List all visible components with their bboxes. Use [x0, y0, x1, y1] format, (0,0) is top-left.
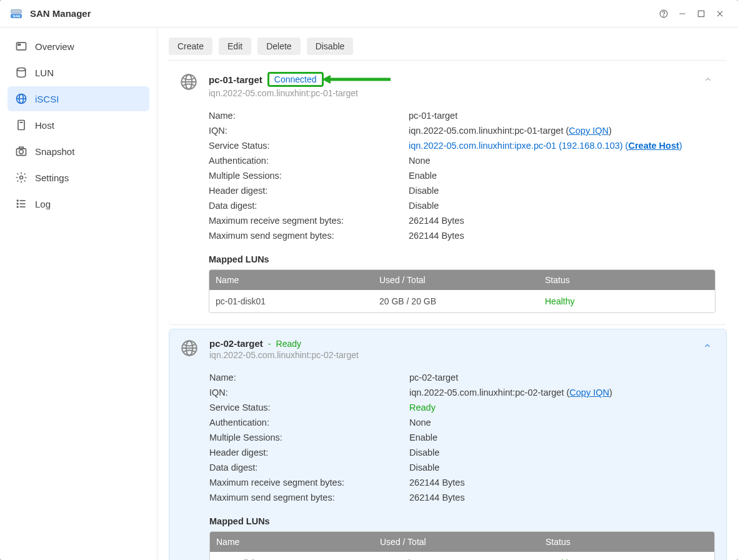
sidebar: Overview LUN iSCSI Host Snapshot Setting…: [0, 28, 157, 560]
camera-icon: [15, 145, 27, 158]
disk-icon: [15, 66, 27, 79]
field-value-data: Disable: [409, 462, 715, 472]
sidebar-item-iscsi[interactable]: iSCSI: [7, 86, 149, 111]
table-row[interactable]: pc-02-disk01 20 GB / 20 GB Healthy: [210, 552, 714, 560]
copy-iqn-link[interactable]: Copy IQN: [569, 126, 609, 136]
col-header-status: Status: [545, 275, 709, 285]
svg-point-21: [17, 200, 18, 201]
content-pane: Create Edit Delete Disable pc-01-target: [157, 28, 738, 560]
field-label-data: Data digest:: [209, 201, 409, 211]
field-value-name: pc-01-target: [409, 111, 716, 121]
app-icon: SAN: [9, 6, 24, 21]
field-label-multi: Multiple Sessions:: [209, 432, 409, 442]
status-separator: -: [268, 339, 271, 349]
table-header: Name Used / Total Status: [210, 532, 714, 552]
delete-button[interactable]: Delete: [257, 38, 300, 55]
host-icon: [15, 119, 27, 131]
col-header-used: Used / Total: [379, 275, 545, 285]
create-host-link[interactable]: Create Host: [628, 141, 679, 151]
svg-point-25: [17, 206, 18, 208]
target-name: pc-01-target: [209, 74, 262, 85]
minimize-button[interactable]: [673, 4, 692, 23]
field-label-maxrecv: Maximum receive segment bytes:: [209, 478, 409, 488]
field-value-iqn: iqn.2022-05.com.linuxhint:pc-02-target (…: [409, 388, 715, 398]
svg-point-23: [17, 203, 18, 204]
annotation-arrow-icon: [322, 74, 391, 84]
list-icon: [15, 198, 27, 210]
field-value-hdr: Disable: [409, 448, 715, 458]
cell-name: pc-01-disk01: [216, 296, 379, 306]
sidebar-item-label: iSCSI: [35, 94, 59, 104]
sidebar-item-label: Snapshot: [35, 146, 74, 157]
target-card-pc-01[interactable]: pc-01-target Connected iqn.2022-05.com.l…: [169, 63, 727, 325]
svg-point-20: [20, 176, 23, 179]
disable-button[interactable]: Disable: [307, 38, 354, 55]
toolbar: Create Edit Delete Disable: [169, 38, 727, 61]
sidebar-item-host[interactable]: Host: [7, 112, 149, 138]
sidebar-item-settings[interactable]: Settings: [7, 165, 149, 190]
field-label-iqn: IQN:: [209, 388, 409, 398]
field-value-service: Ready: [409, 402, 715, 412]
sidebar-item-snapshot[interactable]: Snapshot: [7, 139, 149, 164]
mapped-luns-title: Mapped LUNs: [209, 516, 715, 526]
create-button[interactable]: Create: [169, 38, 212, 55]
globe-icon: [15, 92, 27, 105]
field-label-data: Data digest:: [209, 462, 409, 472]
edit-button[interactable]: Edit: [219, 38, 251, 55]
svg-point-11: [17, 68, 25, 71]
globe-icon: [181, 339, 198, 357]
field-value-multi: Enable: [409, 171, 716, 181]
field-value-multi: Enable: [409, 432, 715, 442]
field-value-auth: None: [409, 418, 715, 428]
sidebar-item-log[interactable]: Log: [7, 191, 149, 216]
svg-rect-19: [19, 147, 24, 149]
close-button[interactable]: [711, 4, 729, 23]
field-value-maxsend: 262144 Bytes: [409, 492, 715, 502]
field-label-maxrecv: Maximum receive segment bytes:: [209, 216, 409, 226]
field-label-auth: Authentication:: [209, 418, 409, 428]
collapse-button[interactable]: [701, 72, 716, 87]
field-label-service: Service Status:: [209, 402, 409, 412]
field-value-hdr: Disable: [409, 186, 716, 196]
field-value-maxsend: 262144 Bytes: [409, 231, 716, 241]
app-window: SAN SAN Manager Overview LUN iSCSI: [0, 0, 738, 560]
field-value-maxrecv: 262144 Bytes: [409, 216, 716, 226]
field-label-multi: Multiple Sessions:: [209, 171, 409, 181]
sidebar-item-label: Overview: [35, 41, 74, 52]
field-label-maxsend: Maximum send segment bytes:: [209, 492, 409, 502]
target-iqn-sub: iqn.2022-05.com.linuxhint:pc-02-target: [209, 350, 700, 360]
sidebar-item-lun[interactable]: LUN: [7, 60, 149, 85]
svg-rect-6: [698, 11, 704, 16]
sidebar-item-overview[interactable]: Overview: [7, 34, 149, 59]
maximize-button[interactable]: [692, 4, 711, 23]
field-label-auth: Authentication:: [209, 156, 409, 166]
help-button[interactable]: [654, 4, 673, 23]
col-header-used: Used / Total: [380, 537, 546, 547]
dashboard-icon: [15, 40, 27, 52]
sidebar-item-label: Log: [35, 199, 51, 209]
field-label-iqn: IQN:: [209, 126, 409, 136]
field-label-service: Service Status:: [209, 141, 409, 151]
copy-iqn-link[interactable]: Copy IQN: [569, 388, 609, 398]
table-row[interactable]: pc-01-disk01 20 GB / 20 GB Healthy: [209, 290, 715, 312]
field-label-name: Name:: [209, 372, 409, 382]
sidebar-item-label: LUN: [35, 68, 54, 78]
field-value-iqn: iqn.2022-05.com.linuxhint:pc-01-target (…: [409, 126, 716, 136]
svg-marker-31: [322, 75, 331, 84]
status-badge-ready: Ready: [276, 339, 301, 349]
field-label-hdr: Header digest:: [209, 448, 409, 458]
field-label-hdr: Header digest:: [209, 186, 409, 196]
svg-rect-15: [18, 121, 24, 130]
target-card-pc-02[interactable]: pc-02-target - Ready iqn.2022-05.com.lin…: [169, 329, 727, 560]
svg-rect-10: [17, 44, 21, 46]
field-label-name: Name:: [209, 111, 409, 121]
gear-icon: [15, 171, 27, 184]
mapped-luns-table: Name Used / Total Status pc-01-disk01 20…: [209, 269, 716, 313]
mapped-luns-table: Name Used / Total Status pc-02-disk01 20…: [209, 531, 715, 560]
collapse-button[interactable]: [700, 338, 715, 353]
status-badge-connected: Connected: [267, 72, 324, 87]
field-value-maxrecv: 262144 Bytes: [409, 478, 715, 488]
table-header: Name Used / Total Status: [209, 270, 715, 290]
target-iqn-sub: iqn.2022-05.com.linuxhint:pc-01-target: [209, 88, 701, 98]
cell-status: Healthy: [545, 296, 709, 306]
